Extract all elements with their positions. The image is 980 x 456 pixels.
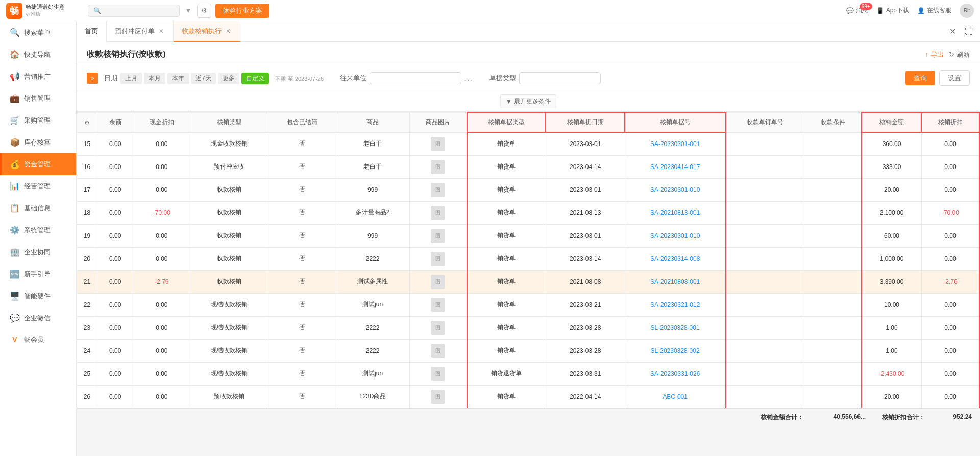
th-payment-terms: 收款条件 bbox=[804, 112, 862, 132]
cell-writeoff-bill-no: SA-20230301-001 bbox=[625, 132, 726, 155]
top-bar: 畅 畅捷通谱好生意 标准版 🔍 ▼ ⚙ 休验行业方案 💬 消息 99+ 📱 Ap… bbox=[0, 0, 980, 21]
service-icon: 👤 bbox=[917, 7, 925, 14]
bill-type-select[interactable] bbox=[519, 72, 601, 84]
cell-writeoff-bill-date: 2023-03-14 bbox=[546, 247, 625, 270]
filter-expand-button[interactable]: » bbox=[87, 73, 98, 84]
writeoff-bill-no-link[interactable]: ABC-001 bbox=[663, 393, 688, 400]
writeoff-bill-no-link[interactable]: SL-20230328-002 bbox=[651, 347, 700, 354]
cell-writeoff-bill-date: 2023-03-01 bbox=[546, 178, 625, 201]
cell-writeoff-discount: 0.00 bbox=[921, 224, 979, 247]
sidebar-item-purchase[interactable]: 🛒 采购管理 bbox=[0, 109, 76, 131]
date-btn-7days[interactable]: 近7天 bbox=[191, 73, 216, 84]
writeoff-bill-no-link[interactable]: SA-20210813-001 bbox=[650, 209, 700, 217]
writeoff-bill-no-link[interactable]: SL-20230328-001 bbox=[651, 324, 700, 331]
logo-area: 畅 畅捷通谱好生意 标准版 bbox=[6, 3, 83, 19]
writeoff-bill-no-link[interactable]: SA-20230301-010 bbox=[650, 232, 700, 239]
user-avatar[interactable]: Rit bbox=[960, 4, 974, 18]
online-service-button[interactable]: 👤 在线客服 bbox=[917, 6, 951, 15]
date-btn-this-year[interactable]: 本年 bbox=[167, 73, 189, 84]
industry-button[interactable]: 休验行业方案 bbox=[215, 4, 270, 18]
writeoff-bill-no-link[interactable]: SA-20230414-017 bbox=[650, 163, 700, 171]
cell-writeoff-type: 现结收款核销 bbox=[190, 293, 268, 316]
cell-writeoff-type: 收款核销 bbox=[190, 201, 268, 224]
expand-conditions-button[interactable]: ▼ 展开更多条件 bbox=[500, 94, 556, 108]
date-btn-custom[interactable]: 自定义 bbox=[241, 73, 269, 84]
export-label: 导出 bbox=[930, 50, 944, 59]
th-settings[interactable]: ⚙ bbox=[77, 112, 97, 132]
export-button[interactable]: ↑ 导出 bbox=[925, 50, 944, 59]
cell-writeoff-discount: 0.00 bbox=[921, 155, 979, 178]
refresh-label: 刷新 bbox=[957, 50, 970, 59]
message-button[interactable]: 💬 消息 99+ bbox=[846, 6, 868, 15]
refresh-button[interactable]: ↻ 刷新 bbox=[949, 50, 970, 59]
sidebar-item-sales[interactable]: 💼 销售管理 bbox=[0, 87, 76, 109]
cell-writeoff-bill-date: 2022-04-14 bbox=[546, 385, 625, 408]
counterpart-input[interactable] bbox=[370, 72, 461, 84]
cell-writeoff-bill-date: 2023-03-31 bbox=[546, 362, 625, 385]
query-button[interactable]: 查询 bbox=[905, 71, 935, 85]
sidebar-label-guide: 新手引导 bbox=[24, 270, 51, 279]
writeoff-bill-no-link[interactable]: SA-20210808-001 bbox=[650, 278, 700, 285]
sidebar-item-basic-info[interactable]: 📋 基础信息 bbox=[0, 197, 76, 219]
tab-maximize-button[interactable]: ⛶ bbox=[962, 25, 976, 39]
enterprise-icon: 🏢 bbox=[10, 247, 20, 257]
cell-writeoff-bill-date: 2021-08-13 bbox=[546, 201, 625, 224]
sidebar-label-system: 系统管理 bbox=[24, 226, 51, 235]
date-btn-this-month[interactable]: 本月 bbox=[144, 73, 165, 84]
sidebar-item-member[interactable]: V 畅会员 bbox=[0, 329, 76, 350]
tab-home[interactable]: 首页 bbox=[77, 21, 107, 42]
gear-button[interactable]: ⚙ bbox=[197, 4, 211, 18]
app-download-button[interactable]: 📱 App下载 bbox=[876, 6, 909, 15]
writeoff-bill-no-link[interactable]: SA-20230314-008 bbox=[650, 255, 700, 262]
th-goods-image: 商品图片 bbox=[409, 112, 467, 132]
sidebar-item-hardware[interactable]: 🖥️ 智能硬件 bbox=[0, 285, 76, 307]
writeoff-bill-no-link[interactable]: SA-20230301-001 bbox=[650, 140, 700, 148]
content-area: 首页 预付冲应付单 ✕ 收款核销执行 ✕ ✕ ⛶ 收款核销执行(按收款) bbox=[77, 21, 980, 456]
cell-include-settled: 否 bbox=[268, 247, 336, 270]
logo-name: 畅捷通谱好生意 bbox=[26, 3, 65, 11]
cell-payment-terms bbox=[804, 339, 862, 362]
cell-writeoff-bill-type: 销货单 bbox=[467, 247, 546, 270]
logo-badge: 标准版 bbox=[26, 11, 65, 18]
table-scroll[interactable]: ⚙ 余额 现金折扣 核销类型 包含已结清 商品 商品图片 核销单据类型 核销单据… bbox=[77, 112, 980, 408]
sidebar-item-marketing[interactable]: 📢 营销推广 bbox=[0, 65, 76, 87]
sidebar-item-system[interactable]: ⚙️ 系统管理 bbox=[0, 219, 76, 241]
tab-collection[interactable]: 收款核销执行 ✕ bbox=[174, 21, 240, 42]
tab-prepay[interactable]: 预付冲应付单 ✕ bbox=[107, 21, 174, 42]
cell-writeoff-discount: 0.00 bbox=[921, 132, 979, 155]
dropdown-arrow[interactable]: ▼ bbox=[184, 6, 193, 15]
cell-goods: 测试jun bbox=[336, 293, 409, 316]
sidebar-label-hardware: 智能硬件 bbox=[24, 292, 51, 301]
sidebar-item-inventory[interactable]: 📦 库存核算 bbox=[0, 131, 76, 153]
filter-counterpart-group: 往来单位 ... bbox=[340, 72, 473, 84]
cell-writeoff-bill-type: 销货单 bbox=[467, 201, 546, 224]
sidebar-item-operations[interactable]: 📊 经营管理 bbox=[0, 175, 76, 197]
tab-close-all-button[interactable]: ✕ bbox=[945, 25, 960, 39]
cell-balance: 0.00 bbox=[97, 339, 133, 362]
setting-button[interactable]: 设置 bbox=[939, 70, 970, 86]
cell-rownum: 21 bbox=[77, 270, 97, 293]
sidebar-item-quick-nav[interactable]: 🏠 快捷导航 bbox=[0, 43, 76, 65]
sidebar-item-guide[interactable]: 🆕 新手引导 bbox=[0, 263, 76, 285]
cell-writeoff-amount: 1,000.00 bbox=[862, 247, 921, 270]
cell-writeoff-bill-no: SA-20230301-010 bbox=[625, 178, 726, 201]
date-btn-more[interactable]: 更多 bbox=[218, 73, 239, 84]
sidebar-item-enterprise[interactable]: 🏢 企业协同 bbox=[0, 241, 76, 263]
tab-collection-label: 收款核销执行 bbox=[182, 27, 222, 36]
writeoff-bill-no-link[interactable]: SA-20230321-012 bbox=[650, 301, 700, 308]
th-writeoff-bill-date: 核销单据日期 bbox=[546, 112, 625, 132]
sidebar-item-finance[interactable]: 💰 资金管理 bbox=[0, 153, 76, 175]
top-bar-center: 🔍 ▼ ⚙ 休验行业方案 bbox=[88, 4, 841, 18]
writeoff-bill-no-link[interactable]: SA-20230301-010 bbox=[650, 186, 700, 194]
top-search-bar[interactable]: 🔍 bbox=[88, 5, 180, 17]
sidebar-item-wechat[interactable]: 💬 企业微信 bbox=[0, 307, 76, 329]
cell-goods: 2222 bbox=[336, 247, 409, 270]
cell-writeoff-discount: 0.00 bbox=[921, 293, 979, 316]
writeoff-bill-no-link[interactable]: SA-20230331-026 bbox=[650, 370, 700, 377]
user-name: Rit bbox=[964, 8, 970, 13]
cell-goods: 999 bbox=[336, 178, 409, 201]
sidebar-item-search[interactable]: 🔍 搜索菜单 bbox=[0, 21, 76, 43]
tab-prepay-close[interactable]: ✕ bbox=[158, 27, 165, 36]
date-btn-last-month[interactable]: 上月 bbox=[120, 73, 142, 84]
tab-collection-close[interactable]: ✕ bbox=[225, 27, 232, 36]
